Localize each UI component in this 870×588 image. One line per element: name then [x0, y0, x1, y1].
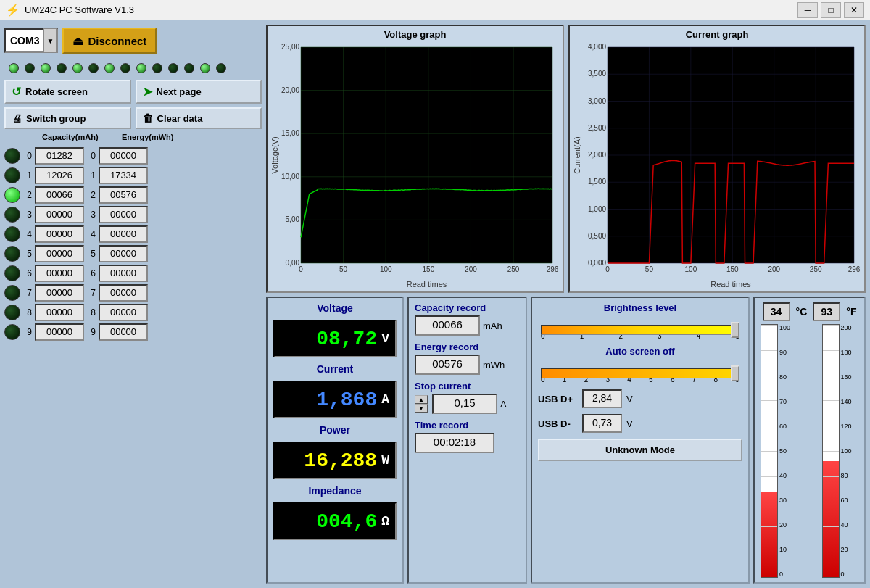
- current-display: 1,868 A: [273, 381, 397, 418]
- switch-label: Switch group: [26, 113, 86, 124]
- top-controls: COM3 ▼ ⏏ Disconnect: [4, 25, 262, 57]
- table-row: 6 00000 6 00000: [4, 265, 262, 282]
- current-unit: A: [381, 392, 389, 407]
- time-record-label: Time record: [415, 420, 520, 431]
- status-dot-0: [9, 63, 19, 73]
- auto-screen-off-label: Auto screen off: [538, 346, 742, 357]
- impedance-value: 004,6: [316, 510, 377, 533]
- table-row: 9 00000 9 00000: [4, 323, 262, 341]
- table-row: 8 00000 8 00000: [4, 304, 262, 321]
- capacity-record-unit: mAh: [483, 320, 502, 331]
- status-dot-8: [136, 63, 146, 73]
- status-dot-6: [104, 63, 115, 73]
- energy-index-4: 4: [87, 229, 96, 239]
- energy-index-7: 7: [87, 288, 96, 298]
- maximize-button[interactable]: □: [821, 2, 841, 18]
- close-button[interactable]: ✕: [844, 2, 864, 18]
- energy-record-item: Energy record 00576 mWh: [415, 341, 520, 375]
- brightness-thumb[interactable]: [731, 322, 740, 338]
- switch-icon: 🖨: [12, 112, 22, 124]
- usb-dp-value: 2,84: [582, 389, 622, 408]
- row-index-8: 8: [23, 307, 32, 318]
- stop-current-item: Stop current ▲ ▼ 0,15 A: [415, 381, 520, 414]
- table-row: 4 00000 4 00000: [4, 225, 262, 243]
- current-value: 1,868: [316, 389, 377, 411]
- energy-header: Energy(mWh): [122, 133, 173, 141]
- thermometer-column: 34 °C 93 °F: [753, 297, 866, 584]
- fahrenheit-fill: [823, 461, 839, 577]
- status-dot-12: [200, 63, 210, 73]
- row-dot-8: [4, 305, 20, 320]
- auto-screen-thumb[interactable]: [731, 365, 740, 381]
- row-dot-4: [4, 226, 20, 242]
- energy-field-6: 00000: [99, 265, 148, 282]
- celsius-scale-labels: 1009080706050403020100: [779, 324, 790, 578]
- rotate-screen-button[interactable]: ↺ Rotate screen: [4, 80, 131, 104]
- energy-field-7: 00000: [99, 284, 148, 302]
- row-index-7: 7: [23, 288, 32, 298]
- table-row: 1 12026 1 17334: [4, 167, 262, 184]
- rotate-icon: ↺: [12, 85, 21, 99]
- energy-field-9: 00000: [99, 323, 148, 341]
- energy-index-1: 1: [87, 170, 96, 181]
- fahrenheit-scale: [822, 324, 840, 578]
- usb-dp-unit: V: [626, 394, 633, 405]
- capacity-field-3: 00000: [35, 206, 84, 223]
- stop-current-up[interactable]: ▲: [415, 395, 428, 404]
- next-icon: ➤: [143, 85, 152, 99]
- com-port-dropdown[interactable]: ▼: [44, 28, 57, 53]
- power-value: 16,288: [304, 450, 377, 472]
- celsius-fill: [761, 492, 777, 577]
- status-dot-13: [216, 63, 226, 73]
- row-dot-3: [4, 207, 20, 223]
- disconnect-button[interactable]: ⏏ Disconnect: [62, 28, 157, 54]
- celsius-unit: °C: [796, 306, 808, 318]
- status-dot-5: [88, 63, 99, 73]
- impedance-display: 004,6 Ω: [273, 502, 397, 540]
- capacity-record-item: Capacity record 00066 mAh: [415, 302, 520, 336]
- left-panel: COM3 ▼ ⏏ Disconnect: [4, 25, 262, 584]
- table-row: 0 01282 0 00000: [4, 147, 262, 165]
- power-display: 16,288 W: [273, 442, 397, 479]
- voltage-graph-container: Voltage graph: [266, 25, 564, 293]
- celsius-scale: [761, 324, 778, 578]
- voltage-graph-title: Voltage graph: [270, 29, 560, 40]
- usb-dm-value: 0,73: [582, 414, 622, 433]
- fahrenheit-reading: 93: [813, 302, 840, 321]
- row-dot-6: [4, 265, 20, 281]
- capacity-field-1: 12026: [35, 167, 84, 184]
- energy-field-1: 17334: [99, 167, 148, 184]
- minimize-button[interactable]: ─: [798, 2, 818, 18]
- clear-data-button[interactable]: 🗑 Clear data: [136, 107, 262, 129]
- energy-index-0: 0: [87, 151, 96, 161]
- right-controls-column: Brightness level 0 1 2 3 4 5 Auto screen…: [531, 297, 750, 584]
- next-page-button[interactable]: ➤ Next page: [136, 80, 262, 104]
- energy-index-6: 6: [87, 268, 96, 278]
- status-dot-2: [41, 63, 51, 73]
- energy-record-value: 00576: [415, 355, 480, 375]
- brightness-track: [541, 325, 740, 335]
- impedance-label: Impedance: [273, 485, 397, 497]
- unknown-mode-button[interactable]: Unknown Mode: [538, 439, 742, 461]
- usb-dp-label: USB D+: [538, 394, 578, 405]
- row-dot-5: [4, 246, 20, 262]
- row-dot-2: [4, 187, 20, 203]
- switch-group-button[interactable]: 🖨 Switch group: [4, 107, 131, 129]
- stop-current-down[interactable]: ▼: [415, 404, 428, 413]
- action-buttons: ↺ Rotate screen ➤ Next page: [4, 80, 262, 104]
- energy-record-label: Energy record: [415, 341, 520, 352]
- capacity-header: Capacity(mAh): [42, 133, 93, 141]
- status-dot-9: [152, 63, 162, 73]
- power-unit: W: [381, 453, 389, 468]
- capacity-field-4: 00000: [35, 225, 84, 243]
- energy-field-5: 00000: [99, 245, 148, 262]
- table-row: 7 00000 7 00000: [4, 284, 262, 302]
- energy-index-8: 8: [87, 307, 96, 318]
- voltage-unit: V: [381, 331, 389, 346]
- clear-label: Clear data: [157, 113, 203, 124]
- status-dot-10: [168, 63, 178, 73]
- auto-screen-track: [541, 368, 740, 378]
- row-index-4: 4: [23, 229, 32, 239]
- stop-current-label: Stop current: [415, 381, 520, 392]
- energy-index-9: 9: [87, 327, 96, 337]
